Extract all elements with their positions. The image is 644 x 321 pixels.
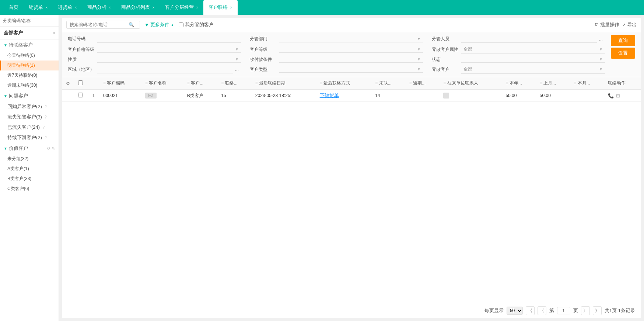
sidebar-all-customers[interactable]: 全部客户 « xyxy=(0,27,59,39)
help-icon-declining[interactable]: ? xyxy=(45,136,47,140)
last-page-btn[interactable]: 》 xyxy=(593,306,602,315)
price-level-select[interactable]: ▼ xyxy=(97,46,241,53)
total-records: 共1页 1条记录 xyxy=(605,307,635,314)
sidebar-group-problem[interactable]: ▼ 问题客户 xyxy=(0,90,59,101)
customer-level-chevron-icon: ▼ xyxy=(417,47,421,51)
batch-op-btn[interactable]: ☑ 批量操作 xyxy=(595,21,619,28)
th-contacts[interactable]: 联络... xyxy=(218,77,252,90)
advanced-filter: 电话号码 分管部门 ▼ 分管人员 xyxy=(62,32,641,77)
th-last-method[interactable]: 最后联络方式 xyxy=(317,77,372,90)
nav-customer-contact[interactable]: 客户联络 × xyxy=(203,0,237,15)
sidebar-group-value[interactable]: ▼ 价值客户 ↺ ✎ xyxy=(0,143,59,154)
close-product-analysis-icon[interactable]: × xyxy=(109,5,111,10)
export-btn[interactable]: ↗ 导出 xyxy=(622,21,637,28)
phone-input[interactable] xyxy=(97,35,241,43)
row-action-cell: 📞 ⊞ xyxy=(605,90,641,102)
th-last-month[interactable]: 上月... xyxy=(537,77,571,90)
sidebar-item-today[interactable]: 今天待联络(0) xyxy=(0,51,59,61)
dept-select[interactable]: ▼ xyxy=(279,36,423,42)
next-page-btn[interactable]: 〉 xyxy=(581,306,590,315)
filter-search-icon[interactable]: 🔍 xyxy=(129,22,134,27)
filter-region: 区域（地区） ... xyxy=(68,66,241,73)
table-row: 1 000021 Ea B类客户 15 2023-05-23 18:25: 下销… xyxy=(62,90,641,102)
sidebar-item-churned[interactable]: 已流失客户(24) ? xyxy=(0,122,59,132)
filter-search-input[interactable] xyxy=(70,22,129,27)
th-code[interactable]: 客户编码 xyxy=(100,77,142,90)
th-this-month[interactable]: 本月... xyxy=(571,77,605,90)
sidebar-item-tomorrow[interactable]: 明天待联络(1) xyxy=(0,61,59,70)
sidebar-item-declining[interactable]: 持续下滑客户(2) ? xyxy=(0,132,59,143)
manager-input[interactable] xyxy=(461,35,597,43)
close-sales-icon[interactable]: × xyxy=(45,5,48,10)
manager-more-btn[interactable]: ... xyxy=(597,37,605,42)
nav-product-analysis[interactable]: 商品分析 × xyxy=(82,0,116,15)
th-pending[interactable]: 未联... xyxy=(372,77,406,90)
th-name[interactable]: 客户名称 xyxy=(142,77,184,90)
price-level-chevron-icon: ▼ xyxy=(235,47,239,51)
sidebar-item-class-c[interactable]: C类客户(6) xyxy=(0,184,59,194)
th-level[interactable]: 客户... xyxy=(184,77,218,90)
region-more-btn[interactable]: ... xyxy=(233,67,241,72)
filter-row-2: 客户价格等级 ▼ 客户等级 ▼ xyxy=(68,45,605,54)
region-input[interactable] xyxy=(97,66,233,73)
nav-purchase[interactable]: 进货单 × xyxy=(53,0,82,15)
settings-button[interactable]: 设置 xyxy=(611,48,635,59)
retail-select[interactable]: 全部 ▼ xyxy=(461,65,605,74)
help-icon-churn-warning[interactable]: ? xyxy=(45,115,47,119)
phone-action-icon[interactable]: 📞 xyxy=(608,93,614,99)
nav-customer-tier[interactable]: 客户分层经营 × xyxy=(160,0,203,15)
select-all-checkbox[interactable] xyxy=(78,80,83,85)
page-label: 第 xyxy=(549,307,554,314)
status-select[interactable]: ▼ xyxy=(461,56,605,63)
help-icon-churned[interactable]: ? xyxy=(42,125,45,130)
th-last-date[interactable]: 最后联络日期 xyxy=(252,77,317,90)
table-container: ⚙ 客户编码 客户名称 客户... 联络... 最后联络日期 最后联络方式 未联… xyxy=(62,77,641,303)
sidebar-group-pending[interactable]: ▼ 待联络客户 xyxy=(0,39,59,51)
retail-attr-select[interactable]: 全部 ▼ xyxy=(461,45,605,54)
more-conditions-btn[interactable]: ▼ 更多条件 ▲ xyxy=(144,21,174,28)
prev-page-btn[interactable]: 〈 xyxy=(538,306,546,315)
sidebar-search-icon[interactable]: 🔍 xyxy=(58,18,59,23)
nav-product-list[interactable]: 商品分析列表 × xyxy=(116,0,160,15)
page-number-input[interactable] xyxy=(557,307,570,314)
customer-level-select[interactable]: ▼ xyxy=(279,46,423,53)
page-size-select[interactable]: 50 xyxy=(507,307,523,315)
th-unit-contact[interactable]: 往来单位联系人 xyxy=(440,77,503,90)
grid-action-icon[interactable]: ⊞ xyxy=(616,93,620,99)
row-checkbox[interactable] xyxy=(78,93,83,97)
my-customers-checkbox[interactable] xyxy=(179,23,183,27)
row-name[interactable]: Ea xyxy=(142,90,184,102)
query-button[interactable]: 查询 xyxy=(611,35,635,46)
sidebar-item-class-b[interactable]: B类客户(33) xyxy=(0,174,59,184)
row-level: B类客户 xyxy=(184,90,218,102)
close-customer-contact-icon[interactable]: × xyxy=(230,5,232,10)
refresh-icon[interactable]: ↺ xyxy=(47,146,50,151)
sidebar-item-7days[interactable]: 近7天待联络(0) xyxy=(0,70,59,80)
payment-select[interactable]: ▼ xyxy=(279,56,423,63)
th-settings[interactable]: ⚙ xyxy=(62,77,74,90)
customer-type-select[interactable]: ▼ xyxy=(279,66,423,73)
sidebar-item-ungrouped[interactable]: 未分组(32) xyxy=(0,154,59,164)
help-icon-abnormal[interactable]: ? xyxy=(45,105,47,109)
sidebar-search-input[interactable] xyxy=(3,18,58,23)
sidebar-collapse-icon[interactable]: « xyxy=(52,30,55,35)
pagination-bar: 每页显示 50 《 〈 第 页 〉 》 共1页 1条记录 xyxy=(62,303,641,318)
close-customer-tier-icon[interactable]: × xyxy=(196,5,198,10)
nav-home[interactable]: 首页 xyxy=(4,0,24,15)
th-this-year[interactable]: 本年... xyxy=(503,77,536,90)
sidebar-item-overdue[interactable]: 逾期未联络(30) xyxy=(0,80,59,90)
close-product-list-icon[interactable]: × xyxy=(152,5,154,10)
row-last-method[interactable]: 下销货单 xyxy=(317,90,372,102)
retail-chevron-icon: ▼ xyxy=(599,67,603,71)
sidebar-item-abnormal[interactable]: 回购异常客户(2) ? xyxy=(0,101,59,112)
nav-sales[interactable]: 销货单 × xyxy=(24,0,53,15)
first-page-btn[interactable]: 《 xyxy=(526,306,535,315)
sidebar-item-class-a[interactable]: A类客户(1) xyxy=(0,164,59,174)
sidebar-item-churn-warning[interactable]: 流失预警客户(3) ? xyxy=(0,112,59,122)
row-checkbox-cell xyxy=(74,90,87,102)
nature-select[interactable]: ▼ xyxy=(97,56,241,63)
th-overdue[interactable]: 逾期... xyxy=(406,77,440,90)
edit-icon[interactable]: ✎ xyxy=(52,146,55,151)
close-purchase-icon[interactable]: × xyxy=(74,5,77,10)
dept-chevron-icon: ▼ xyxy=(417,37,421,41)
